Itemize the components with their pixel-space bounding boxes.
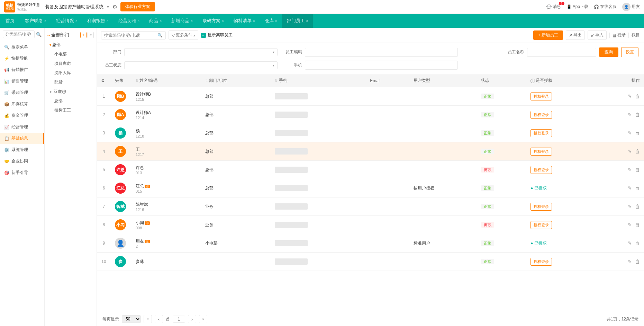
auth-btn[interactable]: 授权登录	[530, 258, 552, 266]
per-page-select[interactable]: 50 100	[122, 315, 141, 323]
tab-history[interactable]: 经营历程 ×	[114, 14, 145, 28]
cell-name: 用友应 2	[131, 234, 201, 253]
edit-btn[interactable]: ✎	[628, 167, 632, 173]
edit-btn[interactable]: ✎	[628, 149, 632, 154]
sidebar-item-quick[interactable]: ⚡快捷导航	[0, 53, 44, 64]
phone-input[interactable]	[305, 61, 458, 70]
show-resigned-wrap[interactable]: ✓ 显示离职员工	[201, 32, 233, 38]
last-page-btn[interactable]: »	[199, 315, 207, 323]
delete-btn[interactable]: 🗑	[635, 222, 640, 228]
employee-name-input[interactable]	[527, 48, 596, 57]
more-btn[interactable]: 截目	[632, 32, 640, 38]
page-input[interactable]	[173, 316, 185, 323]
tab-goods[interactable]: 商品 ×	[144, 14, 166, 28]
cell-user-type	[409, 197, 477, 216]
dept-item-project[interactable]: 项目库房	[45, 59, 97, 68]
tab-customer[interactable]: 客户联络 ×	[20, 14, 51, 28]
edit-btn[interactable]: ✎	[628, 259, 632, 264]
edit-btn[interactable]: ✎	[628, 130, 632, 136]
delete-btn[interactable]: 🗑	[635, 112, 640, 117]
prev-page-btn[interactable]: ‹	[155, 315, 163, 323]
delete-btn[interactable]: 🗑	[635, 240, 640, 246]
dept-item-zhishu[interactable]: 植树王三	[45, 106, 97, 115]
next-page-btn[interactable]: ›	[188, 315, 196, 323]
tab-operation[interactable]: 经营情况 ×	[51, 14, 82, 28]
sidebar-item-basic[interactable]: 📋基础信息	[0, 133, 44, 144]
dept-collapse-btn[interactable]: «	[88, 32, 94, 38]
sidebar-search-input[interactable]	[3, 30, 35, 38]
online-service-btn[interactable]: 🎧 在线客服	[594, 4, 617, 10]
edit-btn[interactable]: ✎	[628, 240, 632, 246]
employee-code: 1217	[136, 152, 197, 157]
tab-warehouse[interactable]: 仓库 ×	[260, 14, 282, 28]
auth-btn[interactable]: 授权登录	[530, 129, 552, 137]
tab-dept-employee[interactable]: 部门员工 ×	[282, 14, 313, 28]
tab-home[interactable]: 首页	[0, 14, 20, 28]
dept-item-shenyang[interactable]: 沈阳大库	[45, 68, 97, 78]
auth-btn[interactable]: 授权登录	[530, 221, 552, 229]
col-name[interactable]: ⇅ 姓名/编码	[131, 74, 201, 87]
tab-add-goods[interactable]: 新增商品 ×	[166, 14, 198, 28]
sidebar-item-inventory[interactable]: 📦库存核算	[0, 98, 44, 110]
add-employee-btn[interactable]: + 新增员工	[533, 30, 563, 40]
edit-btn[interactable]: ✎	[628, 94, 632, 99]
dept-item-electronics[interactable]: 小电部	[45, 50, 97, 59]
trial-btn[interactable]: 体验行业方案	[120, 2, 155, 11]
edit-btn[interactable]: ✎	[628, 112, 632, 117]
edit-btn[interactable]: ✎	[628, 222, 632, 228]
edit-btn[interactable]: ✎	[628, 204, 632, 209]
auth-btn[interactable]: 授权登录	[530, 203, 552, 211]
sidebar-item-marketing[interactable]: 📢营销推广	[0, 64, 44, 76]
import-btn[interactable]: ↙ 导入	[588, 30, 607, 40]
sidebar-item-purchase[interactable]: 🛒采购管理	[0, 87, 44, 98]
auth-btn[interactable]: 授权登录	[530, 92, 552, 100]
sidebar-item-system[interactable]: ⚙️系统管理	[0, 144, 44, 156]
auth-btn[interactable]: 授权登录	[530, 111, 552, 119]
auth-btn[interactable]: 授权登录	[530, 166, 552, 174]
sys-dropdown-icon[interactable]: ▾	[107, 5, 109, 9]
checkbox-show-resigned[interactable]: ✓	[201, 33, 206, 38]
delete-btn[interactable]: 🗑	[635, 130, 640, 136]
sidebar-item-operation[interactable]: 📈经营管理	[0, 121, 44, 133]
app-download-btn[interactable]: 📱 App下载	[566, 4, 588, 10]
dept-item-shuanglu[interactable]: ► 双鹿想	[45, 87, 97, 96]
tab-profit[interactable]: 利润报告 ×	[82, 14, 114, 28]
delete-btn[interactable]: 🗑	[635, 149, 640, 154]
dept-item-delivery[interactable]: 配货	[45, 78, 97, 87]
first-page-btn[interactable]: «	[144, 315, 152, 323]
sidebar-item-sales[interactable]: 📊销售管理	[0, 76, 44, 87]
export-btn[interactable]: ↗ 导出	[566, 30, 585, 40]
delete-btn[interactable]: 🗑	[635, 204, 640, 209]
cell-email	[366, 197, 409, 216]
search-input[interactable]	[104, 33, 156, 38]
edit-btn[interactable]: ✎	[628, 185, 632, 191]
query-btn[interactable]: 查询	[599, 47, 618, 57]
dept-add-btn[interactable]: +	[80, 32, 87, 38]
sidebar-item-finance[interactable]: 💰资金管理	[0, 110, 44, 121]
sidebar-item-search[interactable]: 🔍搜索菜单	[0, 41, 44, 53]
delete-btn[interactable]: 🗑	[635, 185, 640, 191]
employee-code-input[interactable]	[305, 48, 458, 57]
sidebar-item-collab[interactable]: 🤝企业协同	[0, 156, 44, 167]
col-phone[interactable]: ⇅ 手机	[271, 74, 366, 87]
delete-btn[interactable]: 🗑	[635, 94, 640, 99]
search-btn-icon[interactable]: 🔍	[157, 33, 163, 38]
tab-bom[interactable]: 物料清单 ×	[229, 14, 260, 28]
view-btn[interactable]: ▦ 视录	[613, 32, 626, 38]
dept-item-headquarters[interactable]: 总部	[45, 96, 97, 106]
filter-more-btn[interactable]: ▽ 更多条件 ▴	[169, 30, 198, 40]
message-btn[interactable]: 💬 消息 6	[546, 4, 561, 10]
sidebar-item-guide[interactable]: 🎯新手引导	[0, 167, 44, 178]
employee-status-select[interactable]: ▾	[124, 61, 278, 69]
delete-btn[interactable]: 🗑	[635, 167, 640, 173]
auth-btn[interactable]: 授权登录	[530, 148, 552, 156]
tab-barcode[interactable]: 条码方案 ×	[198, 14, 229, 28]
settings-col-icon[interactable]: ⚙	[101, 78, 105, 83]
user-btn[interactable]: 👤 用友	[622, 3, 640, 11]
reset-btn[interactable]: 设置	[621, 47, 638, 57]
dept-item-general[interactable]: ▾ 总部	[45, 40, 97, 50]
delete-btn[interactable]: 🗑	[635, 259, 640, 264]
gear-icon[interactable]: ⚙	[112, 4, 117, 10]
col-dept[interactable]: ⇅ 部门/职位	[201, 74, 271, 87]
dept-select[interactable]: ▾	[124, 48, 278, 56]
